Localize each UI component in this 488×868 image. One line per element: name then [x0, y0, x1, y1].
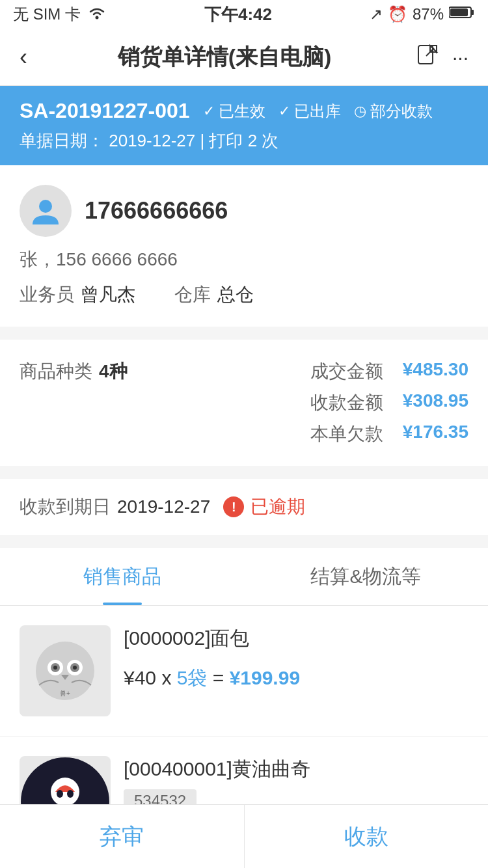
- reject-label: 弃审: [100, 822, 144, 852]
- svg-point-16: [57, 790, 63, 798]
- price-base-1: ¥40 x: [124, 667, 177, 688]
- product-item-1: 兽+ [0000002]面包 ¥40 x 5袋 = ¥199.99: [0, 606, 488, 737]
- customer-name: 17666666666: [85, 197, 228, 224]
- salesperson-info: 业务员 曾凡杰: [20, 282, 135, 307]
- overdue-warning-icon: !: [223, 496, 244, 517]
- status-right: ↗ ⏰ 87%: [370, 5, 475, 23]
- stat-amount-2: ¥176.35: [403, 422, 468, 446]
- reject-button[interactable]: 弃审: [0, 805, 245, 868]
- financial-stats: 成交金额 ¥485.30 收款金额 ¥308.95 本单欠款 ¥176.35: [310, 359, 468, 446]
- collect-button[interactable]: 收款: [245, 805, 489, 868]
- overdue-date: 2019-12-27: [117, 496, 210, 517]
- stats-card: 商品种类 4种 成交金额 ¥485.30 收款金额 ¥308.95 本单欠款 ¥…: [0, 340, 488, 466]
- product-total-1: ¥199.99: [230, 667, 300, 688]
- banner-row2: 单据日期： 2019-12-27 | 打印 2 次: [20, 129, 468, 152]
- bottom-action-bar: 弃审 收款: [0, 804, 488, 868]
- avatar: [20, 185, 72, 237]
- more-icon[interactable]: ···: [452, 46, 468, 68]
- check-icon-1: ✓: [203, 103, 215, 120]
- customer-main: 17666666666: [20, 185, 468, 237]
- type-value: 4种: [99, 359, 128, 384]
- svg-point-12: [73, 666, 77, 670]
- collect-label: 收款: [344, 822, 388, 852]
- product-qty-1: 5袋: [177, 667, 208, 688]
- warehouse-info: 仓库 总仓: [174, 282, 254, 307]
- overdue-label: 收款到期日: [20, 495, 111, 519]
- status-badge-effective: ✓ 已生效: [203, 101, 265, 122]
- wifi-icon: [87, 5, 107, 23]
- print-info: | 打印 2 次: [200, 131, 278, 150]
- overdue-badge: 已逾期: [251, 495, 305, 519]
- product-price-1: ¥40 x 5袋 = ¥199.99: [124, 665, 468, 692]
- tab-products-label: 销售商品: [83, 563, 161, 590]
- status-bar: 无 SIM 卡 下午4:42 ↗ ⏰ 87%: [0, 0, 488, 29]
- order-id: SA-20191227-001: [20, 99, 190, 123]
- stat-name-0: 成交金额: [310, 359, 383, 384]
- date-label: 单据日期：: [20, 131, 104, 150]
- check-icon-2: ✓: [278, 103, 290, 120]
- status-time: 下午4:42: [204, 3, 272, 26]
- page-title: 销货单详情(来自电脑): [59, 42, 390, 72]
- salesperson-label: 业务员: [20, 282, 74, 307]
- stat-row-0: 成交金额 ¥485.30: [310, 359, 468, 384]
- overdue-card: 收款到期日 2019-12-27 ! 已逾期: [0, 479, 488, 535]
- tab-products[interactable]: 销售商品: [0, 548, 244, 605]
- stat-amount-1: ¥308.95: [403, 390, 468, 415]
- header-banner: SA-20191227-001 ✓ 已生效 ✓ 已出库 ◷ 部分收款 单据日期：…: [0, 86, 488, 165]
- stat-row-2: 本单欠款 ¥176.35: [310, 422, 468, 446]
- type-label: 商品种类: [20, 359, 92, 384]
- location-icon: ↗: [370, 5, 383, 23]
- svg-point-17: [67, 790, 74, 798]
- clock-icon: ◷: [354, 103, 366, 120]
- nav-actions: ···: [390, 43, 468, 71]
- svg-point-5: [39, 200, 52, 213]
- product-name-1: [0000002]面包: [124, 625, 468, 652]
- stat-amount-0: ¥485.30: [403, 359, 468, 384]
- salesperson-value: 曾凡杰: [81, 282, 135, 307]
- equals-1: =: [207, 667, 229, 688]
- status-badge-partial: ◷ 部分收款: [354, 101, 433, 122]
- product-thumb-1: 兽+: [20, 625, 111, 716]
- battery-icon: [449, 5, 475, 23]
- sim-status: 无 SIM 卡: [13, 4, 81, 25]
- warehouse-value: 总仓: [217, 282, 254, 307]
- stat-row-1: 收款金额 ¥308.95: [310, 390, 468, 415]
- status-left: 无 SIM 卡: [13, 4, 107, 25]
- customer-detail: 张，156 6666 6666: [20, 247, 468, 272]
- svg-text:兽+: 兽+: [60, 690, 70, 697]
- tab-settlement-label: 结算&物流等: [310, 563, 421, 590]
- status-badge-shipped: ✓ 已出库: [278, 101, 341, 122]
- svg-point-0: [96, 16, 99, 20]
- battery-percent: 87%: [413, 5, 444, 23]
- nav-bar: ‹ 销货单详情(来自电脑) ···: [0, 29, 488, 86]
- tabs: 销售商品 结算&物流等: [0, 548, 488, 606]
- share-icon[interactable]: [416, 43, 439, 71]
- customer-meta: 业务员 曾凡杰 仓库 总仓: [20, 282, 468, 307]
- stat-name-2: 本单欠款: [310, 422, 383, 446]
- date-value: 2019-12-27: [109, 131, 195, 150]
- alarm-icon: ⏰: [388, 5, 407, 23]
- stat-name-1: 收款金额: [310, 390, 383, 415]
- product-info-1: [0000002]面包 ¥40 x 5袋 = ¥199.99: [124, 625, 468, 716]
- back-button[interactable]: ‹: [20, 44, 59, 71]
- product-type-info: 商品种类 4种: [20, 359, 128, 384]
- banner-row1: SA-20191227-001 ✓ 已生效 ✓ 已出库 ◷ 部分收款: [20, 99, 468, 123]
- svg-point-11: [53, 666, 57, 670]
- tab-settlement[interactable]: 结算&物流等: [244, 548, 488, 605]
- svg-rect-3: [450, 8, 468, 16]
- product-name-2: [000400001]黄油曲奇: [124, 756, 468, 783]
- tab-active-underline: [103, 603, 142, 605]
- svg-rect-2: [471, 10, 474, 15]
- customer-card: 17666666666 张，156 6666 6666 业务员 曾凡杰 仓库 总…: [0, 165, 488, 327]
- warehouse-label: 仓库: [174, 282, 211, 307]
- tabs-container: 销售商品 结算&物流等: [0, 548, 488, 606]
